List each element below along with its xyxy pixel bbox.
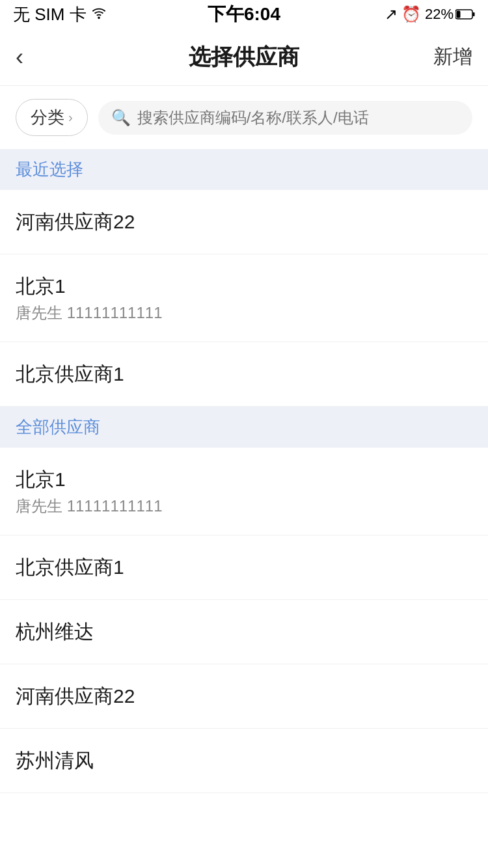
recent-section-header: 最近选择 [0, 149, 488, 190]
location-icon: ↗ [385, 5, 398, 23]
recent-section-label: 最近选择 [16, 159, 83, 179]
item-name: 北京1 [16, 466, 472, 493]
item-sub: 唐先生 11111111111 [16, 496, 472, 517]
status-left: 无 SIM 卡 [13, 3, 106, 26]
list-item[interactable]: 苏州清风 [0, 729, 488, 793]
page-title: 选择供应商 [189, 42, 299, 72]
svg-point-0 [98, 17, 100, 18]
all-section-label: 全部供应商 [16, 417, 100, 437]
all-section-header: 全部供应商 [0, 407, 488, 448]
item-name: 北京供应商1 [16, 360, 472, 388]
item-name: 北京供应商1 [16, 554, 472, 581]
item-name: 苏州清风 [16, 747, 472, 774]
list-item[interactable]: 北京1唐先生 11111111111 [0, 448, 488, 536]
search-icon: 🔍 [111, 109, 131, 127]
search-box: 🔍 [98, 101, 472, 135]
list-item[interactable]: 北京供应商1 [0, 342, 488, 407]
list-item[interactable]: 河南供应商22 [0, 190, 488, 254]
status-time: 下午6:04 [208, 2, 280, 27]
battery-indicator: 22% [425, 6, 475, 23]
sim-label: 无 SIM 卡 [13, 3, 87, 26]
add-button[interactable]: 新增 [433, 44, 472, 70]
chevron-right-icon: › [68, 110, 73, 125]
category-label: 分类 [31, 106, 64, 129]
item-name: 河南供应商22 [16, 683, 472, 710]
all-list: 北京1唐先生 11111111111北京供应商1杭州维达河南供应商22苏州清风 [0, 448, 488, 793]
back-button[interactable]: ‹ [16, 44, 55, 71]
filter-bar: 分类 › 🔍 [0, 86, 488, 149]
recent-list: 河南供应商22北京1唐先生 11111111111北京供应商1 [0, 190, 488, 407]
svg-rect-3 [457, 11, 461, 18]
status-right: ↗ ⏰ 22% [385, 5, 475, 23]
battery-percent: 22% [425, 6, 454, 23]
list-item[interactable]: 北京供应商1 [0, 536, 488, 600]
svg-rect-2 [473, 12, 475, 16]
wifi-icon [92, 5, 106, 25]
status-bar: 无 SIM 卡 下午6:04 ↗ ⏰ 22% [0, 0, 488, 29]
list-item[interactable]: 北京1唐先生 11111111111 [0, 254, 488, 342]
item-name: 杭州维达 [16, 618, 472, 645]
item-name: 河南供应商22 [16, 208, 472, 236]
list-item[interactable]: 杭州维达 [0, 600, 488, 664]
category-button[interactable]: 分类 › [16, 99, 88, 136]
item-name: 北京1 [16, 273, 472, 300]
nav-bar: ‹ 选择供应商 新增 [0, 29, 488, 86]
alarm-icon: ⏰ [401, 5, 421, 23]
search-input[interactable] [137, 109, 459, 127]
list-item[interactable]: 河南供应商22 [0, 664, 488, 729]
item-sub: 唐先生 11111111111 [16, 303, 472, 323]
